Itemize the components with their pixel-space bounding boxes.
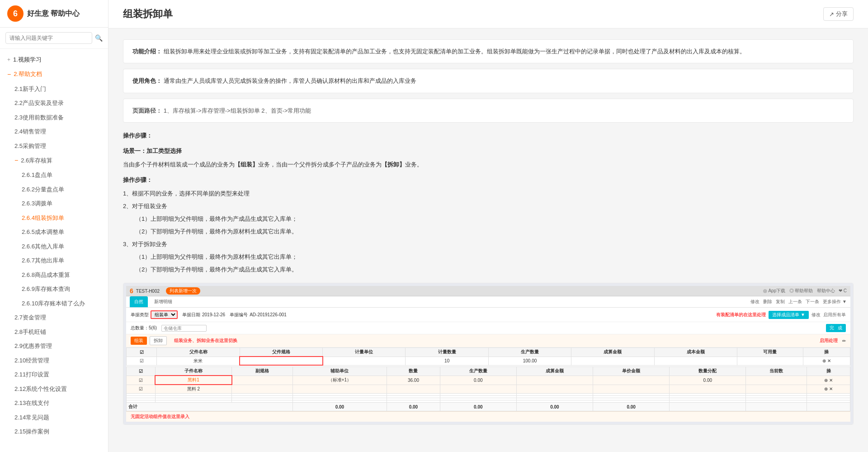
- expand-icon: +: [7, 56, 10, 64]
- sidebar-item-assembly[interactable]: 2.6.4组装拆卸单: [0, 211, 108, 225]
- sub-unit-price: 单价金额: [593, 367, 670, 376]
- mock-action2[interactable]: 修改: [811, 312, 821, 318]
- step-2-2: （2）下部明细为子件明细，最终作为原材料生成其它出库单。: [136, 226, 854, 238]
- mock-more-btn[interactable]: 更多操作 ▼: [823, 299, 847, 305]
- sidebar: 6 好生意 帮助中心 🔍 + 1.视频学习 − 2.帮助文档 2.1新手入门 2…: [0, 0, 108, 452]
- step-3-1: （1）上部明细为父件明细，最终作为原材料生成其它出库单；: [136, 251, 854, 263]
- sidebar-item-video[interactable]: + 1.视频学习: [0, 52, 108, 67]
- sidebar-item-finance[interactable]: 2.7资金管理: [0, 310, 108, 325]
- sidebar-item-stock-error[interactable]: 2.6.10库存账本错了么办: [0, 296, 108, 311]
- path-text: 1、库存核算->库存管理->组装拆卸单 2、首页->常用功能: [164, 107, 311, 114]
- sub-op: 操: [807, 367, 850, 376]
- sidebar-item-online[interactable]: 2.13在线支付: [0, 396, 108, 410]
- col-avail: 可用量: [737, 348, 803, 357]
- table-row: ☑ 米米 10 100.00 ⊕ ✕: [127, 357, 850, 365]
- role-label: 使用角色：: [132, 77, 162, 84]
- logo-text: 好生意 帮助中心: [27, 9, 80, 19]
- sidebar-item-other-in[interactable]: 2.6.6其他入库单: [0, 239, 108, 254]
- sidebar-item-cases[interactable]: 2.15操作案例: [0, 424, 108, 439]
- sub-name: 子件名称: [155, 367, 231, 376]
- mock-title: TEST-H002: [136, 289, 160, 294]
- sidebar-item-new[interactable]: 2.1新手入门: [0, 82, 108, 96]
- mock-confirm-btn[interactable]: 完 成: [826, 324, 846, 332]
- sub-row-1: ☑ 黑料1 （标准+1） 36.00 0.00 0.00: [127, 376, 850, 385]
- sidebar-item-purchase[interactable]: 2.5采购管理: [0, 139, 108, 153]
- col-qty: 计量数量: [406, 348, 488, 357]
- sidebar-item-partcount[interactable]: 2.6.2分量盘点单: [0, 182, 108, 197]
- mock-type-select[interactable]: 组装单 拆卸单: [151, 310, 178, 319]
- col-calc-amt: 成算金额: [571, 348, 654, 357]
- sidebar-item-cost[interactable]: 2.6.5成本调整单: [0, 225, 108, 239]
- row-prod-qty: 100.00: [488, 357, 571, 365]
- mock-type-label: 单据类型: [131, 312, 149, 318]
- sidebar-item-mobile[interactable]: 2.8手机旺铺: [0, 325, 108, 339]
- mock-tab-disassemble[interactable]: 拆卸: [150, 336, 167, 345]
- sidebar-item-other-out[interactable]: 2.6.7其他出库单: [0, 253, 108, 268]
- intro-text: 组装拆卸单用来处理企业组装或拆卸等加工业务，支持有固定装配清单的产品加工业务，也…: [164, 48, 745, 55]
- row-cost-amt: [654, 357, 737, 365]
- sidebar-item-print[interactable]: 2.11打印设置: [0, 367, 108, 382]
- mock-tab-new[interactable]: 新增明细: [150, 296, 177, 307]
- mock-delete-btn[interactable]: 删除: [763, 299, 772, 305]
- col-check: ☑: [127, 348, 157, 357]
- mock-next-btn[interactable]: 下一条: [806, 299, 819, 305]
- mock-choose-btn[interactable]: 选择成品清单 ▼: [769, 311, 809, 319]
- mock-action3[interactable]: 启用所有单: [823, 312, 846, 318]
- row-calc-amt: [571, 357, 654, 365]
- share-button[interactable]: ↗ 分享: [823, 7, 854, 21]
- sidebar-item-docs[interactable]: − 2.帮助文档: [0, 67, 108, 82]
- scene-desc: 当由多个子件材料组装成一个成品的业务为【组装】业务，当由一个父件拆分成多个子产品…: [123, 159, 854, 171]
- steps-title: 操作步骤：: [123, 130, 854, 142]
- intro-label: 功能介绍：: [132, 48, 162, 55]
- mock-prev-btn[interactable]: 上一条: [788, 299, 802, 305]
- sidebar-item-adjust[interactable]: 2.6.3调拨单: [0, 196, 108, 211]
- sub-qty: 数量: [387, 367, 440, 376]
- step-2-1: （1）上部明细为父件明细，最终作为产成品生成其它入库单；: [136, 213, 854, 225]
- mock-nobom-annotation-row: 无固定活动组件值在这里录入: [126, 411, 850, 422]
- mock-btn-new[interactable]: 列表新增一次: [166, 287, 200, 295]
- mock-field-no: 单据编号 AD-20191226-001: [230, 312, 287, 318]
- mock-edit-icon[interactable]: ✏: [842, 338, 846, 343]
- sidebar-item-data[interactable]: 2.3使用前数据准备: [0, 110, 108, 125]
- row-unit: [323, 357, 406, 365]
- col-prod-qty: 生产数量: [488, 348, 571, 357]
- mock-warehouse-input[interactable]: [161, 325, 207, 332]
- sidebar-item-coupon[interactable]: 2.9优惠券管理: [0, 339, 108, 353]
- row-check[interactable]: ☑: [127, 357, 157, 365]
- search-icon[interactable]: 🔍: [95, 34, 103, 42]
- sub-spec: 副规格: [232, 367, 293, 376]
- search-input[interactable]: [5, 32, 92, 44]
- col-parent-name: 父件名称: [157, 348, 240, 357]
- sidebar-item-inventory[interactable]: − 2.6库存核算: [0, 153, 108, 168]
- mock-edit-btn[interactable]: 修改: [750, 299, 760, 305]
- screenshot-preview: 6 TEST-H002 列表新增一次 ◎ App下载 ◎ 帮助帮助 帮助中心 ❤…: [123, 283, 854, 425]
- mock-copy-btn[interactable]: 复制: [776, 299, 785, 305]
- row-op[interactable]: ⊕ ✕: [803, 357, 850, 365]
- mock-topright: ◎ App下载 ◎ 帮助帮助 帮助中心 ❤ C: [763, 288, 847, 294]
- row-parent-spec: [240, 357, 322, 365]
- sub-alloc: 数量分配: [670, 367, 746, 376]
- col-cost-amt: 成本金额: [654, 348, 737, 357]
- search-box[interactable]: 🔍: [0, 28, 108, 49]
- sidebar-item-goods-cost[interactable]: 2.6.8商品成本重算: [0, 268, 108, 282]
- sidebar-item-stock-query[interactable]: 2.6.9库存账本查询: [0, 282, 108, 296]
- mock-nav-right: 修改 删除 复制 上一条 下一条 更多操作 ▼: [750, 299, 847, 305]
- sidebar-item-count[interactable]: 2.6.1盘点单: [0, 168, 108, 182]
- sidebar-header: 6 好生意 帮助中心: [0, 0, 108, 28]
- sidebar-item-operation[interactable]: 2.10经营管理: [0, 353, 108, 368]
- content-area: 功能介绍： 组装拆卸单用来处理企业组装或拆卸等加工业务，支持有固定装配清单的产品…: [108, 29, 868, 452]
- main-header: 组装拆卸单 ↗ 分享: [108, 0, 868, 29]
- sub-prod-qty: 生产数量: [440, 367, 516, 376]
- sidebar-item-sales[interactable]: 2.4销售管理: [0, 124, 108, 139]
- mock-type-tabs: 组装 拆卸 组装业务、拆卸业务在这里切换 启用处理 ✏: [126, 334, 850, 347]
- sidebar-item-custom[interactable]: 2.12系统个性化设置: [0, 382, 108, 396]
- sidebar-item-install[interactable]: 2.2产品安装及登录: [0, 96, 108, 110]
- step-1: 1、根据不同的业务，选择不同单据的类型来处理: [123, 188, 854, 200]
- mock-general-annotation: 启用处理: [820, 338, 838, 344]
- mock-tab-assemble[interactable]: 组装: [131, 337, 147, 345]
- sidebar-item-faq[interactable]: 2.14常见问题: [0, 410, 108, 425]
- mock-bom-annotation: 有装配清单的在这里处理: [716, 312, 766, 318]
- mock-date-label: 单据日期: [182, 312, 200, 318]
- mock-parent-table-container: ☑ 父件名称 父件规格 计量单位 计量数量 生产数量 成算金额 成本金额 可用量: [126, 347, 850, 366]
- mock-tab-self[interactable]: 自然: [130, 296, 148, 307]
